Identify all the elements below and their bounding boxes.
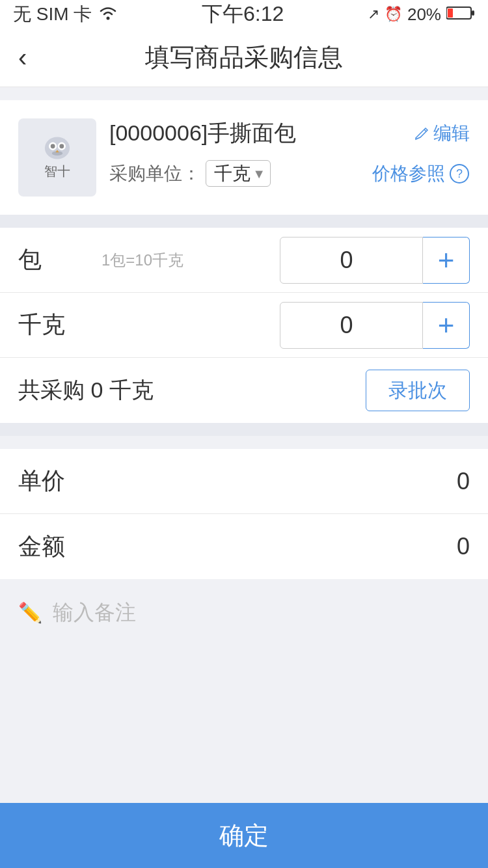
unit-price-label: 单价 (18, 465, 65, 497)
bag-quantity-input[interactable] (280, 237, 423, 284)
product-info: [0000006]手撕面包 编辑 采购单位： 千克 包 ▼ (109, 118, 470, 187)
unit-price-value: 0 (457, 468, 470, 495)
alarm-icon: ⏰ (385, 6, 402, 23)
svg-text:?: ? (456, 167, 463, 180)
battery-percent: 20% (407, 5, 441, 25)
svg-rect-2 (448, 8, 453, 18)
section-divider-1 (0, 215, 488, 228)
pricing-section: 单价 0 金额 0 (0, 449, 488, 579)
kg-input-row: 千克 + (0, 293, 488, 358)
confirm-button[interactable]: 确定 (0, 803, 488, 868)
bag-input-wrapper: + (280, 237, 470, 284)
kg-plus-button[interactable]: + (423, 302, 470, 349)
no-sim-label: 无 SIM 卡 (13, 2, 92, 27)
status-bar: 无 SIM 卡 下午6:12 ↗ ⏰ 20% (0, 0, 488, 29)
product-image: 智十 (18, 118, 96, 197)
batch-button[interactable]: 录批次 (366, 370, 470, 411)
remark-placeholder: 输入备注 (53, 599, 136, 627)
location-icon: ↗ (368, 6, 379, 23)
kg-label: 千克 (18, 309, 96, 341)
svg-point-8 (59, 144, 64, 148)
status-left: 无 SIM 卡 (13, 2, 118, 27)
svg-point-4 (45, 137, 70, 159)
remark-section[interactable]: ✏️ 输入备注 (0, 580, 488, 645)
purchase-unit-label: 采购单位： (109, 161, 200, 186)
kg-input-wrapper: + (280, 302, 470, 349)
section-divider-2 (0, 423, 488, 436)
back-button[interactable]: ‹ (18, 43, 27, 72)
status-right: ↗ ⏰ 20% (368, 5, 475, 25)
unit-selector-group: 采购单位： 千克 包 ▼ (109, 160, 271, 187)
total-value: 0 (90, 377, 103, 402)
page-header: ‹ 填写商品采购信息 (0, 29, 488, 87)
input-section: 包 1包=10千克 + 千克 + (0, 228, 488, 358)
page-title: 填写商品采购信息 (145, 41, 343, 74)
unit-select-wrapper[interactable]: 千克 包 ▼ (206, 160, 271, 187)
battery-icon (446, 5, 475, 25)
unit-price-row: 单价 0 (0, 449, 488, 514)
svg-point-7 (51, 144, 55, 148)
purchase-unit-row: 采购单位： 千克 包 ▼ 价格参照 ? (109, 160, 470, 187)
product-card: 智十 [0000006]手撕面包 编辑 采购单位： 千克 包 (0, 100, 488, 215)
product-logo: 智十 (31, 135, 83, 180)
edit-button[interactable]: 编辑 (414, 121, 470, 146)
product-name-row: [0000006]手撕面包 编辑 (109, 118, 470, 148)
amount-value: 0 (457, 533, 470, 560)
svg-point-0 (107, 17, 110, 20)
bag-sublabel: 1包=10千克 (102, 250, 183, 271)
total-label: 共采购 0 千克 (18, 375, 154, 405)
svg-rect-3 (472, 10, 474, 16)
bag-plus-button[interactable]: + (423, 237, 470, 284)
kg-quantity-input[interactable] (280, 302, 423, 349)
unit-select[interactable]: 千克 包 (206, 160, 271, 187)
bag-label: 包 (18, 244, 96, 276)
amount-label: 金额 (18, 531, 65, 563)
wifi-icon (98, 4, 118, 25)
bag-input-row: 包 1包=10千克 + (0, 228, 488, 293)
product-name: [0000006]手撕面包 (109, 118, 296, 148)
total-row: 共采购 0 千克 录批次 (0, 358, 488, 423)
amount-row: 金额 0 (0, 514, 488, 579)
pencil-icon: ✏️ (18, 601, 42, 624)
price-ref-button[interactable]: 价格参照 ? (372, 161, 470, 186)
logo-text: 智十 (44, 163, 70, 180)
status-time: 下午6:12 (202, 0, 284, 29)
